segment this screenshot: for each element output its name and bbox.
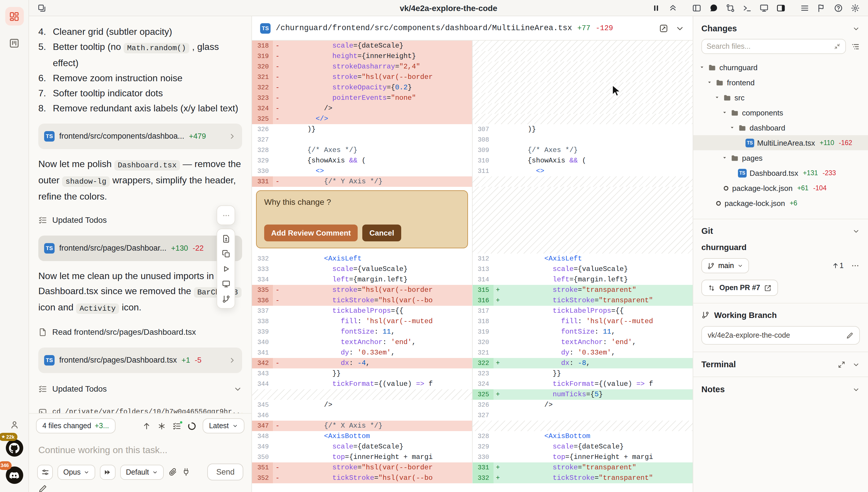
line-number[interactable]: 325 <box>472 389 493 400</box>
line-number[interactable]: 332 <box>472 473 493 483</box>
line-number[interactable]: 320 <box>252 62 273 72</box>
line-number[interactable]: 340 <box>252 337 273 347</box>
chevron-down-icon[interactable] <box>233 385 242 393</box>
pen-icon[interactable] <box>38 485 47 492</box>
line-number[interactable]: 319 <box>252 51 273 62</box>
line-number[interactable]: 310 <box>472 155 493 166</box>
help-icon[interactable] <box>834 3 843 13</box>
line-number[interactable]: 323 <box>252 93 273 103</box>
line-number[interactable]: 324 <box>252 103 273 114</box>
line-number[interactable]: 338 <box>252 316 273 327</box>
line-number[interactable]: 330 <box>472 452 493 462</box>
line-number[interactable]: 329 <box>472 442 493 452</box>
line-number[interactable]: 327 <box>472 410 493 421</box>
expand-icon[interactable] <box>838 361 845 368</box>
terminal-command-row[interactable]: cd /private/var/folders/10/h7w0q46556ggr… <box>38 404 242 413</box>
chevron-down-icon[interactable] <box>852 361 860 368</box>
file-diff-chip[interactable]: TSfrontend/src/components/dashboa...+479 <box>38 124 242 149</box>
terminal-icon[interactable] <box>743 3 752 13</box>
tree-folder-frontend[interactable]: frontend <box>693 75 868 90</box>
chat-input[interactable] <box>37 440 243 457</box>
dots-h-button[interactable] <box>219 208 233 223</box>
line-number[interactable]: 322 <box>472 358 493 368</box>
line-number[interactable]: 314 <box>472 274 493 285</box>
fast-forward-button[interactable] <box>100 464 116 479</box>
play-button[interactable] <box>219 261 233 276</box>
discord-link[interactable]: 346 <box>5 466 23 484</box>
line-number[interactable]: 325 <box>252 114 273 124</box>
rail-board-button[interactable] <box>5 34 24 52</box>
line-number[interactable]: 312 <box>472 253 493 264</box>
commits-ahead[interactable]: 1 <box>832 262 844 270</box>
line-number[interactable]: 336 <box>252 295 273 306</box>
tree-folder-churnguard[interactable]: churnguard <box>693 60 868 75</box>
line-number[interactable]: 326 <box>472 400 493 410</box>
line-number[interactable]: 322 <box>252 82 273 93</box>
open-pr-button[interactable]: Open PR #7 <box>701 280 778 296</box>
tree-folder-components[interactable]: components <box>693 105 868 120</box>
line-number[interactable]: 335 <box>252 285 273 295</box>
line-number[interactable]: 316 <box>472 295 493 306</box>
settings-sliders-button[interactable] <box>37 464 53 479</box>
line-number[interactable]: 332 <box>252 253 273 264</box>
line-number[interactable]: 330 <box>252 166 273 176</box>
tree-file-Dashboard.tsx[interactable]: TSDashboard.tsx+131-233 <box>693 165 868 180</box>
chevron-down-icon[interactable] <box>675 24 684 33</box>
mode-dropdown[interactable]: Default <box>120 464 163 479</box>
line-number[interactable]: 333 <box>252 264 273 274</box>
send-button[interactable]: Send <box>208 464 243 481</box>
line-number[interactable]: 348 <box>252 431 273 442</box>
tree-folder-src[interactable]: src <box>693 90 868 105</box>
todo-update-row[interactable]: Updated Todos <box>38 212 242 227</box>
tree-folder-pages[interactable]: pages <box>693 150 868 165</box>
files-changed-button[interactable]: 4 files changed +3... <box>36 418 116 434</box>
line-number[interactable]: 350 <box>252 452 273 462</box>
panel-right-icon[interactable] <box>776 3 785 13</box>
panel-left-icon[interactable] <box>692 3 701 13</box>
flag-icon[interactable] <box>817 3 826 13</box>
line-number[interactable]: 341 <box>252 347 273 358</box>
line-number[interactable]: 307 <box>472 124 493 134</box>
line-number[interactable]: 346 <box>252 410 273 421</box>
git-branch-button[interactable] <box>219 291 233 306</box>
pencil-icon[interactable] <box>846 331 853 339</box>
line-number[interactable]: 345 <box>252 400 273 410</box>
line-number[interactable]: 331 <box>472 462 493 473</box>
line-number[interactable]: 328 <box>252 145 273 155</box>
chevron-down-icon[interactable] <box>852 386 860 393</box>
line-number[interactable]: 313 <box>472 264 493 274</box>
file-diff-chip[interactable]: TSfrontend/src/pages/Dashboard.tsx+1-5 <box>38 347 242 373</box>
line-number[interactable]: 349 <box>252 442 273 452</box>
line-number[interactable]: 323 <box>472 368 493 379</box>
tree-file-MultiLineArea.tsx[interactable]: TSMultiLineArea.tsx+110-162 <box>693 135 868 150</box>
line-number[interactable]: 329 <box>252 155 273 166</box>
version-dropdown[interactable]: Latest <box>203 418 244 434</box>
add-review-comment-button[interactable]: Add Review Comment <box>264 224 358 241</box>
git-compare-icon[interactable] <box>726 3 735 13</box>
file-diff-button[interactable] <box>219 231 233 246</box>
search-input[interactable] <box>707 42 830 50</box>
line-number[interactable]: 318 <box>472 316 493 327</box>
line-number[interactable]: 334 <box>252 274 273 285</box>
line-number[interactable]: 351 <box>252 462 273 473</box>
tree-file-package-lock.json[interactable]: package-lock.json+6 <box>693 196 868 211</box>
line-number[interactable]: 318 <box>252 41 273 51</box>
line-number[interactable]: 321 <box>472 347 493 358</box>
chevron-down-icon[interactable] <box>852 227 860 235</box>
gear-icon[interactable] <box>850 3 860 13</box>
tasks-button[interactable] <box>172 421 181 430</box>
line-number[interactable]: 326 <box>252 124 273 134</box>
line-number[interactable]: 309 <box>472 145 493 155</box>
model-dropdown[interactable]: Opus <box>57 464 95 479</box>
line-number[interactable]: 343 <box>252 368 273 379</box>
line-number[interactable]: 328 <box>472 431 493 442</box>
monitor-button[interactable] <box>219 276 233 291</box>
line-number[interactable]: 319 <box>472 327 493 337</box>
review-comment-input[interactable]: Why this change ? <box>264 197 460 206</box>
tree-folder-dashboard[interactable]: dashboard <box>693 120 868 135</box>
line-number[interactable]: 311 <box>472 166 493 176</box>
person-icon[interactable] <box>9 420 19 429</box>
line-number[interactable]: 324 <box>472 379 493 389</box>
chat-icon[interactable] <box>709 3 718 13</box>
collapse-icon[interactable] <box>834 43 841 50</box>
